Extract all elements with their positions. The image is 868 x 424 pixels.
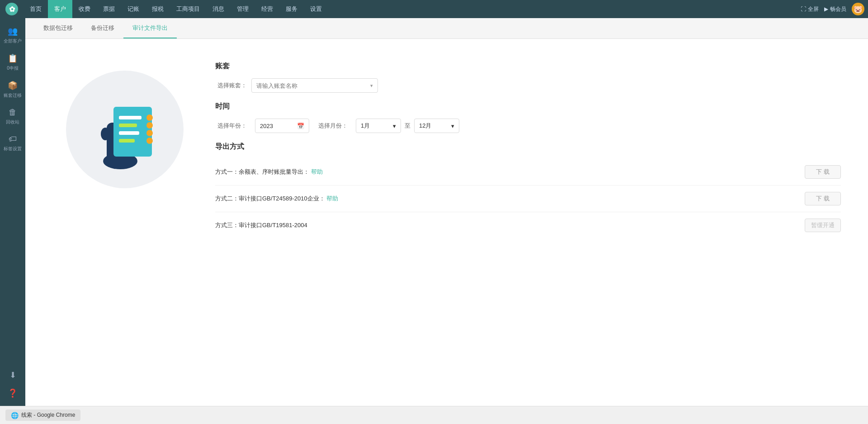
- content-area: 数据包迁移 备份迁移 审计文件导出: [25, 18, 868, 406]
- year-value: 2023: [260, 123, 273, 129]
- sidebar: 👥 全部客户 📋 0申报 📦 账套迁移 🗑 回收站 🏷 标签设置 ⬇ ❓: [0, 18, 25, 406]
- member-icon: ▶: [824, 6, 828, 12]
- time-section-title: 时间: [215, 102, 841, 111]
- export-method-2: 方式二：审计接口GB/T24589-2010企业： 帮助 下 载: [215, 186, 841, 212]
- year-input[interactable]: 2023 📅: [255, 119, 309, 133]
- calendar-icon: 📅: [297, 123, 304, 129]
- method1-description: 方式一：余额表、序时账批量导出：: [215, 168, 309, 175]
- account-form-row: 选择账套： ▾: [215, 78, 841, 93]
- account-migration-label: 账套迁移: [4, 92, 22, 99]
- month-end-arrow: ▾: [451, 123, 454, 129]
- account-select[interactable]: ▾: [251, 78, 378, 93]
- tab-bar: 数据包迁移 备份迁移 审计文件导出: [25, 18, 868, 39]
- svg-point-8: [146, 114, 153, 121]
- tag-settings-label: 标签设置: [4, 146, 22, 152]
- recycle-bin-icon: 🗑: [9, 108, 17, 117]
- method2-help-link[interactable]: 帮助: [326, 195, 338, 202]
- tag-settings-icon: 🏷: [9, 134, 17, 144]
- tab-backup-migration[interactable]: 备份迁移: [82, 18, 123, 38]
- all-customers-icon: 👥: [8, 26, 18, 36]
- svg-point-10: [146, 130, 153, 136]
- svg-rect-6: [119, 131, 139, 135]
- method1-text: 方式一：余额表、序时账批量导出： 帮助: [215, 168, 323, 176]
- method3-text: 方式三：审计接口GB/T19581-2004: [215, 221, 307, 229]
- to-label: 至: [405, 122, 410, 130]
- sidebar-item-zero-declaration[interactable]: 📋 0申报: [0, 49, 25, 76]
- nav-tax[interactable]: 报税: [146, 0, 170, 18]
- tab-audit-export[interactable]: 审计文件导出: [123, 18, 177, 38]
- account-dropdown-arrow: ▾: [370, 83, 373, 89]
- zero-declaration-label: 0申报: [7, 65, 19, 71]
- form-side: 账套 选择账套： ▾ 时间 选择年份： 2023 📅 选择月份: [197, 52, 841, 392]
- method2-download-button[interactable]: 下 载: [805, 192, 841, 205]
- export-method-1: 方式一：余额表、序时账批量导出： 帮助 下 载: [215, 159, 841, 186]
- top-navigation: ✿ 首页 客户 收费 票据 记账 报税 工商项目 消息 管理 经营 服务 设置 …: [0, 0, 868, 18]
- month-start-arrow: ▾: [393, 123, 396, 129]
- month-start-value: 1月: [361, 122, 370, 130]
- nav-bookkeeping[interactable]: 记账: [121, 0, 146, 18]
- nav-fee[interactable]: 收费: [72, 0, 97, 18]
- fullscreen-button[interactable]: ⛶ 全屏: [801, 5, 819, 13]
- method2-text: 方式二：审计接口GB/T24589-2010企业： 帮助: [215, 195, 338, 203]
- time-form-row: 选择年份： 2023 📅 选择月份： 1月 ▾ 至 12月 ▾: [215, 119, 841, 133]
- month-start-select[interactable]: 1月 ▾: [356, 119, 401, 133]
- month-end-value: 12月: [419, 122, 431, 130]
- method1-help-link[interactable]: 帮助: [311, 168, 323, 175]
- year-label: 选择年份：: [215, 122, 247, 130]
- nav-operation[interactable]: 经营: [255, 0, 279, 18]
- account-label: 选择账套：: [215, 81, 247, 90]
- export-method-3: 方式三：审计接口GB/T19581-2004 暂缓开通: [215, 212, 841, 238]
- nav-items: 首页 客户 收费 票据 记账 报税 工商项目 消息 管理 经营 服务 设置: [24, 0, 801, 18]
- sidebar-item-all-customers[interactable]: 👥 全部客户: [0, 22, 25, 49]
- account-input[interactable]: [256, 82, 370, 89]
- nav-service[interactable]: 服务: [279, 0, 304, 18]
- method2-description: 方式二：审计接口GB/T24589-2010企业：: [215, 195, 325, 202]
- fullscreen-label: 全屏: [808, 5, 819, 13]
- sidebar-item-recycle-bin[interactable]: 🗑 回收站: [0, 103, 25, 130]
- nav-settings[interactable]: 设置: [304, 0, 328, 18]
- illustration-svg: [86, 82, 163, 177]
- main-layout: 👥 全部客户 📋 0申报 📦 账套迁移 🗑 回收站 🏷 标签设置 ⬇ ❓ 数据包…: [0, 18, 868, 406]
- svg-point-9: [146, 122, 153, 129]
- nav-customer[interactable]: 客户: [48, 0, 72, 18]
- taskbar: 🌐 线索 - Google Chrome: [0, 406, 868, 424]
- svg-point-11: [146, 138, 153, 144]
- svg-rect-5: [119, 124, 137, 127]
- zero-declaration-icon: 📋: [8, 53, 18, 63]
- recycle-bin-label: 回收站: [6, 119, 19, 125]
- svg-rect-4: [119, 116, 142, 119]
- sidebar-item-account-migration[interactable]: 📦 账套迁移: [0, 76, 25, 103]
- fullscreen-icon: ⛶: [801, 6, 806, 12]
- account-section-title: 账套: [215, 62, 841, 71]
- month-label: 选择月份：: [318, 122, 348, 130]
- nav-business[interactable]: 工商项目: [170, 0, 206, 18]
- sidebar-help-icon[interactable]: ❓: [5, 386, 20, 400]
- svg-point-2: [101, 128, 110, 140]
- sidebar-bottom: ⬇ ❓: [0, 368, 25, 406]
- nav-home[interactable]: 首页: [24, 0, 48, 18]
- taskbar-item-label: 线索 - Google Chrome: [21, 411, 75, 419]
- nav-message[interactable]: 消息: [206, 0, 231, 18]
- member-label: 畅会员: [830, 5, 846, 13]
- svg-rect-7: [119, 139, 135, 143]
- illustration-side: [52, 52, 197, 392]
- nav-right: ⛶ 全屏 ▶ 畅会员 🐷: [801, 3, 864, 15]
- tab-data-migration[interactable]: 数据包迁移: [34, 18, 82, 38]
- sidebar-download-icon[interactable]: ⬇: [5, 368, 20, 382]
- all-customers-label: 全部客户: [4, 38, 22, 44]
- nav-invoice[interactable]: 票据: [97, 0, 121, 18]
- member-button[interactable]: ▶ 畅会员: [824, 5, 846, 13]
- account-migration-icon: 📦: [8, 81, 18, 91]
- month-end-select[interactable]: 12月 ▾: [414, 119, 459, 133]
- export-section-title: 导出方式: [215, 142, 841, 152]
- avatar[interactable]: 🐷: [852, 3, 864, 15]
- method1-download-button[interactable]: 下 载: [805, 165, 841, 179]
- sidebar-item-tag-settings[interactable]: 🏷 标签设置: [0, 130, 25, 157]
- logo: ✿: [4, 1, 20, 17]
- method3-open-button[interactable]: 暂缓开通: [805, 219, 841, 232]
- chrome-icon: 🌐: [11, 412, 19, 419]
- taskbar-chrome-item[interactable]: 🌐 线索 - Google Chrome: [5, 410, 80, 421]
- nav-manage[interactable]: 管理: [231, 0, 255, 18]
- method3-description: 方式三：审计接口GB/T19581-2004: [215, 222, 307, 229]
- logo-icon: ✿: [5, 3, 18, 15]
